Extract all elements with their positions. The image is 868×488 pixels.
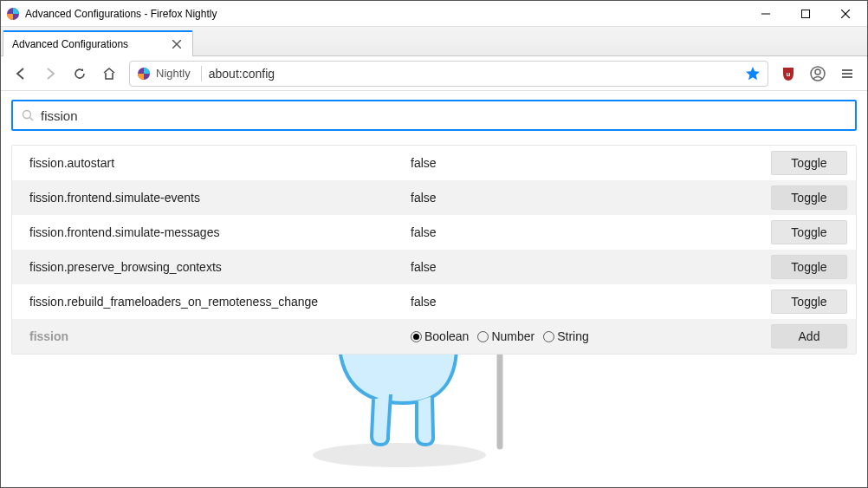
bookmark-star-icon[interactable]: [745, 66, 761, 81]
svg-text:u: u: [787, 70, 791, 78]
toggle-button[interactable]: Toggle: [771, 220, 847, 244]
add-button[interactable]: Add: [771, 324, 847, 348]
toggle-button[interactable]: Toggle: [771, 185, 847, 210]
url-bar[interactable]: Nightly about:config: [129, 61, 768, 87]
radio-icon: [411, 331, 422, 342]
pref-search-box[interactable]: [11, 100, 857, 131]
toggle-button[interactable]: Toggle: [771, 290, 847, 314]
pref-value: false: [411, 225, 771, 239]
toggle-button[interactable]: Toggle: [771, 255, 847, 279]
url-identity-label: Nightly: [156, 67, 191, 80]
pref-row: fission.frontend.simulate-events false T…: [12, 180, 856, 215]
pref-value: false: [411, 260, 771, 274]
home-button[interactable]: [96, 61, 122, 87]
page-content: fission.autostart false Toggle fission.f…: [1, 91, 867, 488]
forward-button[interactable]: [37, 61, 63, 87]
maximize-button[interactable]: [786, 1, 826, 27]
toggle-button[interactable]: Toggle: [771, 151, 847, 175]
back-button[interactable]: [8, 61, 34, 87]
window-titlebar: Advanced Configurations - Firefox Nightl…: [1, 1, 867, 27]
pref-name: fission.frontend.simulate-events: [29, 191, 411, 205]
pref-results: fission.autostart false Toggle fission.f…: [11, 145, 857, 355]
app-icon: [6, 7, 20, 21]
pref-value: false: [411, 156, 771, 170]
svg-point-10: [815, 69, 820, 75]
menu-icon[interactable]: [834, 61, 860, 87]
new-pref-type-group: Boolean Number String: [411, 329, 771, 343]
pref-search-input[interactable]: [41, 108, 846, 123]
account-icon[interactable]: [805, 61, 831, 87]
pref-name: fission.frontend.simulate-messages: [29, 225, 411, 239]
window-title: Advanced Configurations - Firefox Nightl…: [25, 8, 746, 20]
svg-point-18: [23, 111, 31, 119]
svg-rect-2: [802, 10, 810, 17]
radio-boolean[interactable]: Boolean: [411, 329, 469, 343]
pref-row: fission.preserve_browsing_contexts false…: [12, 250, 856, 284]
tab-title: Advanced Configurations: [12, 38, 170, 50]
tab-advanced-config[interactable]: Advanced Configurations: [3, 30, 193, 56]
pref-name: fission.preserve_browsing_contexts: [29, 260, 411, 274]
url-separator: [201, 66, 202, 81]
svg-line-19: [30, 118, 34, 121]
radio-string[interactable]: String: [543, 329, 589, 343]
pref-value: false: [411, 191, 771, 205]
pref-row: fission.frontend.simulate-messages false…: [12, 215, 856, 250]
ublock-icon[interactable]: u: [775, 61, 801, 87]
pref-value: false: [411, 295, 771, 309]
minimize-button[interactable]: [746, 1, 786, 27]
tab-close-icon[interactable]: [170, 37, 184, 51]
nav-toolbar: Nightly about:config u: [1, 56, 867, 91]
search-icon: [22, 109, 34, 121]
pref-row: fission.rebuild_frameloaders_on_remotene…: [12, 284, 856, 319]
new-pref-name: fission: [29, 329, 411, 343]
pref-name: fission.autostart: [29, 156, 411, 170]
close-button[interactable]: [826, 1, 865, 27]
firefox-icon: [137, 67, 151, 81]
pref-name: fission.rebuild_frameloaders_on_remotene…: [29, 295, 411, 309]
pref-new-row: fission Boolean Number String Add: [12, 319, 856, 354]
tab-strip: Advanced Configurations: [1, 27, 867, 56]
url-text: about:config: [209, 67, 745, 81]
radio-icon: [543, 331, 554, 342]
reload-button[interactable]: [67, 61, 93, 87]
svg-point-14: [313, 443, 486, 467]
pref-row: fission.autostart false Toggle: [12, 146, 856, 180]
radio-number[interactable]: Number: [477, 329, 534, 343]
radio-icon: [477, 331, 489, 342]
